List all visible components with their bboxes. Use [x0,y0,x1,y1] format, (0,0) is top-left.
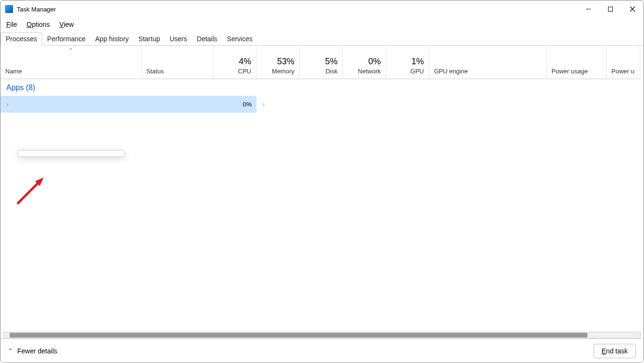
window-title: Task Manager [17,6,577,13]
group-apps[interactable]: Apps (8) [0,79,640,96]
table-row-name[interactable]: › [257,96,300,113]
svg-rect-1 [609,7,613,12]
menubar: File Options View [0,18,644,31]
tab-services[interactable]: Services [222,33,258,45]
tab-users[interactable]: Users [165,33,192,45]
scrollbar-thumb[interactable] [10,333,587,338]
col-status[interactable]: Status [141,46,213,79]
menu-view[interactable]: View [59,21,74,28]
chevron-up-icon: ⌃ [8,348,12,354]
tab-details[interactable]: Details [192,33,222,45]
tab-app-history[interactable]: App history [91,33,134,45]
titlebar: Task Manager [0,0,644,18]
svg-line-4 [17,180,41,204]
footer: ⌃ Fewer details End task [0,339,644,363]
sort-indicator-icon: ⌃ [69,47,73,54]
process-grid-wrap: ⌃Name Status 4%CPU 53%Memory 5%Disk 0%Ne… [0,46,644,339]
col-cpu[interactable]: 4%CPU [213,46,257,79]
end-task-button[interactable]: End task [594,344,636,358]
col-gpu[interactable]: 1%GPU [386,46,429,79]
col-name[interactable]: ⌃Name [0,46,141,79]
menu-options[interactable]: Options [27,21,50,28]
col-disk[interactable]: 5%Disk [300,46,343,79]
tab-performance[interactable]: Performance [42,33,90,45]
tab-processes[interactable]: Processes [0,32,42,46]
col-memory[interactable]: 53%Memory [257,46,300,79]
minimize-button[interactable] [577,0,599,18]
cell-status [300,96,343,113]
maximize-button[interactable] [599,0,621,18]
table-row-name[interactable]: › [0,96,141,113]
tab-startup[interactable]: Startup [134,33,165,45]
col-power-usage[interactable]: Power usage [547,46,607,79]
menu-file[interactable]: File [6,21,17,28]
col-network[interactable]: 0%Network [343,46,386,79]
svg-marker-5 [35,177,44,186]
col-gpu-engine[interactable]: GPU engine [429,46,547,79]
horizontal-scrollbar[interactable] [3,332,641,339]
col-power-trend[interactable]: Power usage trend [607,46,640,79]
cell-cpu: 0% [213,96,257,113]
cell-status [141,96,213,113]
tab-bar: Processes Performance App history Startu… [0,31,644,46]
context-menu [17,150,125,157]
close-button[interactable] [621,0,644,18]
fewer-details-toggle[interactable]: ⌃ Fewer details [8,347,57,355]
expand-icon[interactable]: › [261,102,266,107]
expand-icon[interactable]: › [5,102,10,107]
app-icon [5,5,13,13]
annotation-arrow [15,173,48,206]
process-grid: ⌃Name Status 4%CPU 53%Memory 5%Disk 0%Ne… [0,46,644,113]
